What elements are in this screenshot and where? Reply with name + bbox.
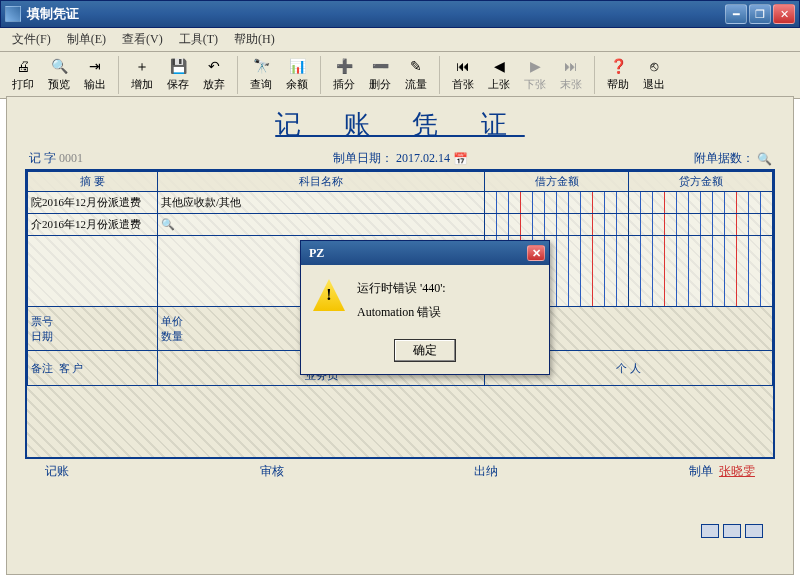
- dialog-ok-button[interactable]: 确定: [394, 339, 456, 362]
- col-account: 科目名称: [158, 172, 485, 192]
- thumb-icon[interactable]: [745, 524, 763, 538]
- output-icon: ⇥: [89, 59, 101, 75]
- tb-save[interactable]: 💾保存: [161, 56, 195, 94]
- menu-help[interactable]: 帮助(H): [228, 29, 281, 50]
- signer-audit: 审核: [260, 463, 284, 480]
- signer-maker-name: 张晓雯: [719, 464, 755, 478]
- prev-icon: ◀: [494, 59, 505, 75]
- cell-account[interactable]: 其他应收款/其他: [158, 192, 485, 214]
- tb-flow[interactable]: ✎流量: [399, 56, 433, 94]
- help-icon: ❓: [610, 59, 627, 75]
- dialog-line1: 运行时错误 '440':: [357, 279, 446, 297]
- voucher-attach-label: 附单据数：: [694, 151, 754, 165]
- voucher-word-label: 记 字: [29, 151, 56, 165]
- dialog-line2: Automation 错误: [357, 303, 446, 321]
- print-icon: 🖨: [16, 59, 30, 75]
- tb-delete[interactable]: ➖删分: [363, 56, 397, 94]
- col-summary: 摘 要: [28, 172, 158, 192]
- app-icon: [5, 6, 21, 22]
- dialog-close-button[interactable]: ✕: [527, 245, 545, 261]
- maximize-button[interactable]: ❐: [749, 4, 771, 24]
- binoculars-icon: 🔭: [253, 59, 270, 75]
- voucher-word-value[interactable]: 0001: [59, 151, 83, 165]
- col-credit: 贷方金额: [629, 172, 773, 192]
- calendar-icon[interactable]: 📅: [453, 152, 467, 166]
- thumb-icon[interactable]: [701, 524, 719, 538]
- insert-row-icon: ➕: [336, 59, 353, 75]
- close-button[interactable]: ✕: [773, 4, 795, 24]
- dialog-title: PZ: [305, 246, 527, 261]
- voucher-date-value[interactable]: 2017.02.14: [396, 151, 450, 165]
- lookup-icon[interactable]: 🔍: [161, 218, 175, 232]
- tb-help[interactable]: ❓帮助: [601, 56, 635, 94]
- cell-summary[interactable]: 介2016年12月份派遣费: [28, 214, 158, 236]
- col-debit: 借方金额: [485, 172, 629, 192]
- error-dialog: PZ ✕ 运行时错误 '440': Automation 错误 确定: [300, 240, 550, 375]
- minimize-button[interactable]: ━: [725, 4, 747, 24]
- thumb-icon[interactable]: [723, 524, 741, 538]
- cell-account[interactable]: 🔍: [158, 214, 485, 236]
- signer-entry: 记账: [45, 463, 69, 480]
- add-icon: ＋: [135, 59, 149, 75]
- table-row[interactable]: 院2016年12月份派遣费 其他应收款/其他: [28, 192, 773, 214]
- tb-next: ▶下张: [518, 56, 552, 94]
- first-icon: ⏮: [456, 59, 470, 75]
- attach-lookup-icon[interactable]: 🔍: [757, 152, 771, 166]
- window-title: 填制凭证: [27, 5, 725, 23]
- cell-credit[interactable]: [629, 192, 773, 214]
- tb-exit[interactable]: ⎋退出: [637, 56, 671, 94]
- tb-print[interactable]: 🖨打印: [6, 56, 40, 94]
- tb-abandon[interactable]: ↶放弃: [197, 56, 231, 94]
- tb-prev[interactable]: ◀上张: [482, 56, 516, 94]
- warning-icon: [313, 279, 345, 311]
- exit-icon: ⎋: [650, 59, 658, 75]
- table-row[interactable]: 介2016年12月份派遣费 🔍: [28, 214, 773, 236]
- cell-debit[interactable]: [485, 192, 629, 214]
- undo-icon: ↶: [208, 59, 220, 75]
- menu-view[interactable]: 查看(V): [116, 29, 169, 50]
- menu-make[interactable]: 制单(E): [61, 29, 112, 50]
- menu-tool[interactable]: 工具(T): [173, 29, 224, 50]
- image-thumbnails[interactable]: [701, 524, 763, 538]
- cell-credit[interactable]: [629, 214, 773, 236]
- delete-row-icon: ➖: [372, 59, 389, 75]
- tb-add[interactable]: ＋增加: [125, 56, 159, 94]
- voucher-heading: 记 账 凭 证: [25, 107, 775, 142]
- cell-debit[interactable]: [485, 214, 629, 236]
- preview-icon: 🔍: [51, 59, 68, 75]
- chart-icon: 📊: [289, 59, 306, 75]
- voucher-date-label: 制单日期：: [333, 151, 393, 165]
- menu-file[interactable]: 文件(F): [6, 29, 57, 50]
- tb-first[interactable]: ⏮首张: [446, 56, 480, 94]
- cell-summary[interactable]: 院2016年12月份派遣费: [28, 192, 158, 214]
- signer-maker-label: 制单: [689, 464, 713, 478]
- signer-cashier: 出纳: [474, 463, 498, 480]
- flow-icon: ✎: [410, 59, 422, 75]
- tb-output[interactable]: ⇥输出: [78, 56, 112, 94]
- last-icon: ⏭: [564, 59, 578, 75]
- tb-query[interactable]: 🔭查询: [244, 56, 278, 94]
- next-icon: ▶: [530, 59, 541, 75]
- tb-balance[interactable]: 📊余额: [280, 56, 314, 94]
- save-icon: 💾: [170, 59, 187, 75]
- tb-preview[interactable]: 🔍预览: [42, 56, 76, 94]
- tb-last: ⏭末张: [554, 56, 588, 94]
- tb-insert[interactable]: ➕插分: [327, 56, 361, 94]
